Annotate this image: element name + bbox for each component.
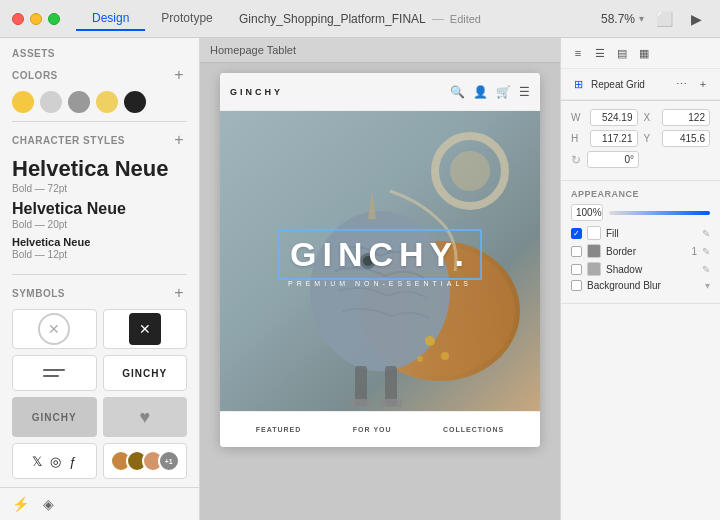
- colors-header: Colors +: [12, 67, 187, 83]
- left-sidebar: ASSETS Colors + Character Styles +: [0, 38, 200, 520]
- symbol-menu-lines[interactable]: [12, 355, 97, 391]
- shadow-checkbox[interactable]: [571, 264, 582, 275]
- symbols-section: Symbols + ✕ ✕ GINCH: [0, 275, 199, 487]
- shadow-row: Shadow ✎: [571, 262, 710, 276]
- symbol-close-circle[interactable]: ✕: [12, 309, 97, 349]
- char-style-large-meta: Bold — 72pt: [12, 183, 187, 194]
- user-nav-icon: 👤: [473, 85, 488, 99]
- color-swatch-gold[interactable]: [12, 91, 34, 113]
- add-color-button[interactable]: +: [171, 67, 187, 83]
- repeat-grid-icon[interactable]: ⊞: [569, 75, 587, 93]
- symbol-close-black[interactable]: ✕: [103, 309, 188, 349]
- add-char-style-button[interactable]: +: [171, 132, 187, 148]
- repeat-grid-add-icon[interactable]: +: [694, 75, 712, 93]
- shadow-color-preview[interactable]: [587, 262, 601, 276]
- fill-row: Fill ✎: [571, 226, 710, 240]
- fill-checkbox[interactable]: [571, 228, 582, 239]
- svg-rect-12: [380, 399, 402, 407]
- border-value: 1: [691, 246, 697, 257]
- assets-label: ASSETS: [12, 48, 55, 59]
- dim-row-2: H 117.21 Y 415.6: [571, 130, 710, 147]
- blur-chevron-icon[interactable]: ▾: [705, 280, 710, 291]
- plugins-icon[interactable]: ⚡: [12, 496, 29, 512]
- filename: Ginchy_Shopping_Platform_FINAL: [239, 12, 426, 26]
- symbols-grid: ✕ ✕ GINCHY GINCHY: [12, 309, 187, 479]
- y-input[interactable]: 415.6: [662, 130, 710, 147]
- canvas-scroll[interactable]: GINCHY 🔍 👤 🛒 ☰: [200, 63, 560, 520]
- border-checkbox[interactable]: [571, 246, 582, 257]
- close-circle-icon: ✕: [38, 313, 70, 345]
- char-style-small-name: Helvetica Neue: [12, 236, 187, 248]
- color-swatch-gray[interactable]: [68, 91, 90, 113]
- title-bar: Design Prototype Ginchy_Shopping_Platfor…: [0, 0, 720, 38]
- tab-design[interactable]: Design: [76, 7, 145, 31]
- rotate-input[interactable]: 0°: [587, 151, 639, 168]
- settings-icon[interactable]: ◈: [43, 496, 54, 512]
- char-style-large[interactable]: Helvetica Neue Bold — 72pt: [12, 156, 187, 194]
- align-center-text-icon[interactable]: ☰: [591, 44, 609, 62]
- tab-prototype[interactable]: Prototype: [145, 7, 228, 31]
- symbol-social-icons[interactable]: 𝕏 ◎ ƒ: [12, 443, 97, 479]
- blur-checkbox[interactable]: [571, 280, 582, 291]
- color-swatch-lightgray[interactable]: [40, 91, 62, 113]
- social-icons-icon: 𝕏 ◎ ƒ: [32, 454, 76, 469]
- hero-title-overlay: GINCHY. PREMIUM NON-ESSENTIALS: [284, 235, 476, 287]
- align-right-text-icon[interactable]: ▤: [613, 44, 631, 62]
- height-label: H: [571, 133, 584, 144]
- close-button[interactable]: [12, 13, 24, 25]
- symbols-label: Symbols: [12, 288, 65, 299]
- device-frame: GINCHY 🔍 👤 🛒 ☰: [220, 73, 540, 447]
- align-left-text-icon[interactable]: ≡: [569, 44, 587, 62]
- char-style-medium[interactable]: Helvetica Neue Bold — 20pt: [12, 200, 187, 230]
- avatars-icon: +1: [110, 450, 180, 472]
- height-input[interactable]: 117.21: [590, 130, 638, 147]
- x-input[interactable]: 122: [662, 109, 710, 126]
- symbol-ginchy-button[interactable]: GINCHY: [12, 397, 97, 437]
- main-layout: ASSETS Colors + Character Styles +: [0, 38, 720, 520]
- align-justify-icon[interactable]: ▦: [635, 44, 653, 62]
- dimensions-section: W 524.19 X 122 H 117.21 Y 415.6 ↻ 0°: [561, 101, 720, 181]
- add-symbol-button[interactable]: +: [171, 285, 187, 301]
- canvas-area: Homepage Tablet GINCHY 🔍 👤 🛒 ☰: [200, 38, 560, 520]
- play-icon[interactable]: ▶: [686, 8, 708, 30]
- footer-tab-collections[interactable]: COLLECTIONS: [443, 426, 504, 433]
- repeat-grid-more-icon[interactable]: ⋯: [672, 75, 690, 93]
- character-styles-section: Character Styles + Helvetica Neue Bold —…: [0, 122, 199, 274]
- hero-subtitle: PREMIUM NON-ESSENTIALS: [284, 280, 476, 287]
- desktop-icon[interactable]: ⬜: [654, 8, 676, 30]
- toolbar-right: 58.7% ▾ ⬜ ▶: [601, 8, 708, 30]
- device-footer: FEATURED FOR YOU COLLECTIONS: [220, 411, 540, 447]
- canvas-label: Homepage Tablet: [200, 38, 560, 63]
- zoom-control[interactable]: 58.7% ▾: [601, 12, 644, 26]
- footer-tab-featured[interactable]: FEATURED: [256, 426, 302, 433]
- symbol-avatars[interactable]: +1: [103, 443, 188, 479]
- symbol-heart-button[interactable]: ♥: [103, 397, 188, 437]
- device-header: GINCHY 🔍 👤 🛒 ☰: [220, 73, 540, 111]
- minimize-button[interactable]: [30, 13, 42, 25]
- width-input[interactable]: 524.19: [590, 109, 638, 126]
- chevron-down-icon[interactable]: ▾: [639, 13, 644, 24]
- footer-tab-foryou[interactable]: FOR YOU: [353, 426, 392, 433]
- char-style-small[interactable]: Helvetica Neue Bold — 12pt: [12, 236, 187, 260]
- color-swatch-yellow[interactable]: [96, 91, 118, 113]
- shadow-edit-icon[interactable]: ✎: [702, 264, 710, 275]
- border-color-preview[interactable]: [587, 244, 601, 258]
- symbol-ginchy-text[interactable]: GINCHY: [103, 355, 188, 391]
- zoom-button[interactable]: [48, 13, 60, 25]
- border-edit-icon[interactable]: ✎: [702, 246, 710, 257]
- opacity-slider[interactable]: [609, 211, 710, 215]
- heart-btn-icon: ♥: [103, 397, 188, 437]
- device-hero: GINCHY. PREMIUM NON-ESSENTIALS: [220, 111, 540, 411]
- zoom-value: 58.7%: [601, 12, 635, 26]
- opacity-input[interactable]: 100%: [571, 204, 603, 221]
- search-nav-icon: 🔍: [450, 85, 465, 99]
- appearance-header: APPEARANCE: [571, 189, 710, 199]
- color-swatch-black[interactable]: [124, 91, 146, 113]
- border-label: Border: [606, 246, 686, 257]
- svg-point-13: [425, 336, 435, 346]
- cart-nav-icon: 🛒: [496, 85, 511, 99]
- fill-edit-icon[interactable]: ✎: [702, 228, 710, 239]
- shadow-label: Shadow: [606, 264, 697, 275]
- char-style-medium-meta: Bold — 20pt: [12, 219, 187, 230]
- fill-color-preview[interactable]: [587, 226, 601, 240]
